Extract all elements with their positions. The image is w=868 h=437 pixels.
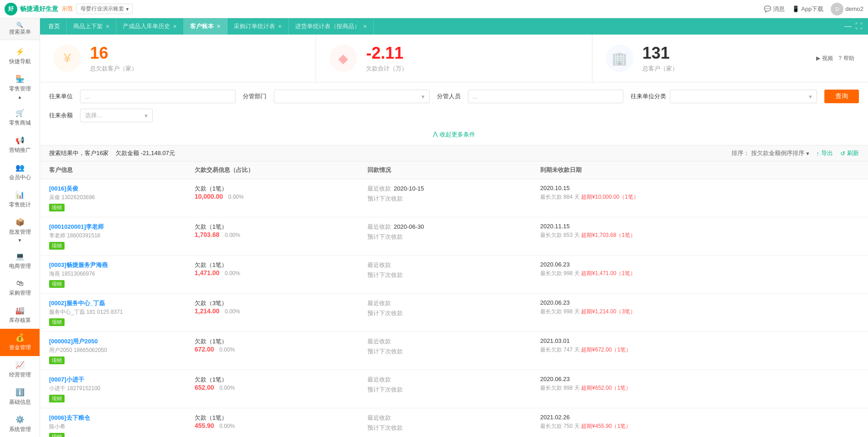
- sort-select[interactable]: 排序： 按欠款金额倒序排序 ▾: [732, 149, 809, 157]
- stat-value-1: 16: [90, 44, 137, 63]
- sidebar-item-ecommerce-mgmt[interactable]: 💻 电商管理: [0, 247, 40, 275]
- sidebar-item-ops-mgmt[interactable]: 📈 经营管理: [0, 356, 40, 383]
- balance-select[interactable]: 选择... ▾: [80, 109, 153, 122]
- client-phone-2: 李老师 18600391516: [49, 232, 195, 240]
- overdue-days-2: 最长欠款 853 天: [540, 232, 580, 238]
- sort-value: 按欠款金额倒序排序: [751, 149, 804, 157]
- return-label-5: 最近收款: [367, 338, 391, 345]
- client-info-3: [0003]畅捷服务尹海燕 海燕 18513066976 现销: [49, 261, 195, 288]
- close-purchase-by-product[interactable]: ✕: [363, 24, 367, 30]
- sort-arrow-icon: ▾: [806, 150, 809, 157]
- collapse-tabs-icon[interactable]: —: [844, 22, 852, 30]
- tab-purchase-order-stats[interactable]: 采购订单统计表 ✕: [227, 18, 289, 35]
- inventory-label: 库存核算: [9, 316, 31, 324]
- overdue-amount-6[interactable]: 超期¥652.00（1笔）: [581, 385, 631, 391]
- video-action[interactable]: ▶ 视频: [816, 55, 833, 62]
- sidebar-item-purchase-mgmt[interactable]: 🛍 采购管理: [0, 275, 40, 301]
- tab-products-off[interactable]: 商品上下架 ✕: [67, 18, 116, 35]
- help-icon: ?: [838, 55, 842, 61]
- client-name-5[interactable]: [000002]用户2050: [49, 337, 195, 346]
- collapse-row[interactable]: ⋀ 收起更多条件: [49, 128, 859, 141]
- return-next-4: 预计下次收款: [367, 309, 540, 317]
- marketing-label: 营销推广: [9, 146, 31, 154]
- tab-customer-account[interactable]: 客户账本 ✕: [184, 18, 227, 35]
- sidebar-item-capital-mgmt[interactable]: 💰 资金管理: [0, 329, 40, 356]
- tab-production-history[interactable]: 产成品入库单历史 ✕: [116, 18, 184, 35]
- stats-icon: 📊: [15, 191, 25, 199]
- person-dots: ...: [473, 93, 478, 100]
- return-info-7: 最近收款 预计下次收款: [367, 414, 540, 432]
- debt-percent-2: 0.00%: [225, 232, 240, 238]
- sidebar-search[interactable]: 🔍 搜索菜单: [0, 18, 40, 40]
- sidebar-item-retail-stats[interactable]: 📊 零售统计: [0, 186, 40, 213]
- tab-production-label: 产成品入库单历史: [123, 22, 170, 30]
- due-info-7: 2021.02.26 最长欠款 750 天 超期¥455.90（1笔）: [540, 414, 859, 430]
- dept-select[interactable]: ▾: [274, 90, 429, 103]
- refresh-button[interactable]: ↺ 刷新: [840, 149, 859, 157]
- close-products-off[interactable]: ✕: [105, 24, 110, 30]
- help-action[interactable]: ? 帮助: [838, 55, 854, 62]
- sidebar-item-inventory[interactable]: 🏭 库存核算: [0, 301, 40, 329]
- client-name-3[interactable]: [0003]畅捷服务尹海燕: [49, 261, 195, 269]
- due-info-1: 2020.10.15 最长欠款 884 天 超期¥10,000.00（1笔）: [540, 185, 859, 201]
- tab-purchase-stats-by-product[interactable]: 进货单统计表（按商品） ✕: [289, 18, 374, 35]
- client-name-7[interactable]: [0006]去下粮仓: [49, 414, 195, 422]
- overdue-amount-5[interactable]: 超期¥672.00（1笔）: [581, 347, 631, 353]
- basic-label: 基础信息: [9, 398, 31, 406]
- dropdown-arrow-icon: ▾: [126, 6, 129, 12]
- sidebar-item-marketing[interactable]: 📢 营销推广: [0, 131, 40, 159]
- user-menu[interactable]: D demo2: [831, 3, 863, 15]
- search-button[interactable]: 查询: [824, 90, 859, 103]
- sidebar-item-retail-mall[interactable]: 🛒 零售商城: [0, 104, 40, 131]
- client-name-1[interactable]: [0016]吴俊: [49, 185, 195, 193]
- return-date-1: 2020-10-15: [394, 185, 424, 192]
- export-button[interactable]: ↑ 导出: [817, 149, 833, 157]
- close-purchase[interactable]: ✕: [278, 24, 282, 30]
- tab-purchase-by-product-label: 进货单统计表（按商品）: [295, 22, 360, 30]
- sidebar-item-sys-mgmt[interactable]: ⚙️ 系统管理: [0, 411, 40, 437]
- messages-btn[interactable]: 💬 消息: [764, 5, 785, 13]
- client-name-2[interactable]: [0001020001]李老师: [49, 223, 195, 231]
- due-date-6: 2020.06.23: [540, 376, 859, 382]
- tab-home[interactable]: 首页: [42, 18, 67, 35]
- sidebar-item-wholesale-mgmt[interactable]: 📦 批发管理 ▼: [0, 213, 40, 247]
- expand-tabs-icon[interactable]: ⛶: [855, 22, 863, 30]
- sidebar-nav: ⚡ 快捷导航 🏪 零售管理 ▲ 🛒 零售商城 📢 营销推广 👥: [0, 40, 40, 437]
- debt-label-4: 欠款（3笔）: [195, 300, 227, 306]
- company-selector[interactable]: 母婴行业演示账套 ▾: [76, 4, 133, 14]
- company-name: 母婴行业演示账套: [80, 5, 124, 13]
- sidebar-item-member-center[interactable]: 👥 会员中心: [0, 159, 40, 186]
- sidebar-item-basic-info[interactable]: ℹ️ 基础信息: [0, 383, 40, 411]
- overdue-amount-1[interactable]: 超期¥10,000.00（1笔）: [581, 194, 639, 200]
- client-info-5: [000002]用户2050 用户2050 18665062050 现销: [49, 337, 195, 364]
- filter-person: 分管人员 ...: [437, 90, 623, 103]
- logo-area: 好 畅捷通好生意: [5, 3, 58, 15]
- due-date-2: 2020.11.15: [540, 223, 859, 230]
- client-name-6[interactable]: [0007]小进干: [49, 376, 195, 384]
- debt-percent-1: 0.00%: [228, 194, 244, 200]
- overdue-amount-4[interactable]: 超期¥1,214.00（3笔）: [581, 308, 636, 315]
- sidebar-item-retail-mgmt[interactable]: 🏪 零售管理 ▲: [0, 70, 40, 104]
- retail-stats-label: 零售统计: [9, 201, 31, 209]
- overdue-days-4: 最长欠款 998 天: [540, 308, 580, 315]
- unit-class-select[interactable]: ▾: [670, 90, 817, 103]
- person-input[interactable]: ...: [468, 90, 623, 103]
- arrow-down-icon: ▼: [18, 238, 22, 243]
- due-date-1: 2020.10.15: [540, 185, 859, 191]
- stat-label-1: 总欠款客户（家）: [90, 65, 137, 73]
- close-production[interactable]: ✕: [173, 24, 177, 30]
- close-customer[interactable]: ✕: [216, 24, 221, 30]
- overdue-amount-7[interactable]: 超期¥455.90（1笔）: [581, 423, 631, 429]
- debt-label-2: 欠款（1笔）: [195, 223, 227, 230]
- tab-purchase-label: 采购订单统计表: [234, 22, 275, 30]
- overdue-amount-2[interactable]: 超期¥1,703.68（1笔）: [581, 232, 636, 238]
- overdue-amount-3[interactable]: 超期¥1,471.00（1笔）: [581, 270, 636, 276]
- debt-percent-7: 0.00%: [219, 423, 235, 429]
- basic-icon: ℹ️: [15, 388, 25, 397]
- sidebar-item-quick-nav[interactable]: ⚡ 快捷导航: [0, 43, 40, 70]
- client-name-4[interactable]: [0002]服务中心_丁磊: [49, 299, 195, 307]
- client-unit-input[interactable]: ...: [80, 90, 236, 103]
- app-download-btn[interactable]: 📱 App下载: [792, 5, 823, 13]
- debt-label-5: 欠款（1笔）: [195, 338, 227, 345]
- collapse-label: 收起更多条件: [440, 131, 475, 139]
